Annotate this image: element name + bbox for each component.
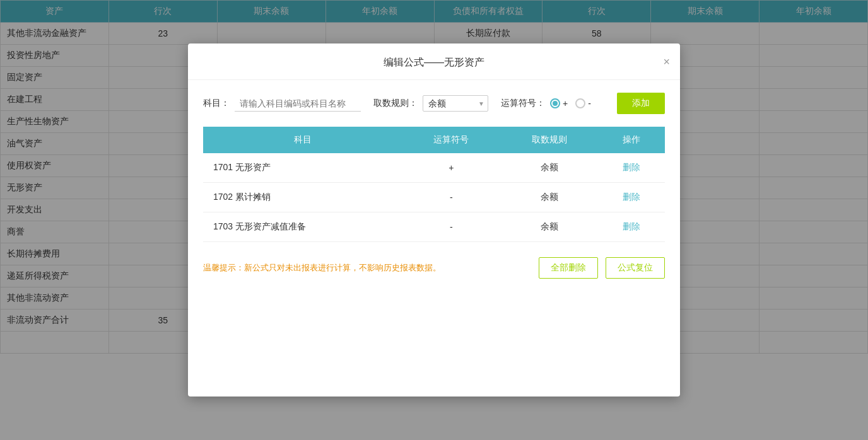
- operator-group: 运算符号： + -: [501, 98, 591, 109]
- subject-group: 科目：: [203, 96, 361, 112]
- delete-all-button[interactable]: 全部删除: [539, 257, 598, 279]
- th-subject: 科目: [203, 127, 402, 153]
- operator-label: 运算符号：: [501, 98, 545, 109]
- formula-operator: -: [402, 183, 500, 212]
- radio-minus[interactable]: -: [575, 98, 591, 108]
- formula-operator: +: [402, 153, 500, 183]
- th-action: 操作: [598, 127, 665, 153]
- radio-group: + -: [550, 98, 591, 108]
- formula-rule: 余额: [500, 153, 598, 183]
- warning-text: 温馨提示：新公式只对未出报表进行计算，不影响历史报表数据。: [203, 262, 441, 274]
- formula-subject: 1701 无形资产: [203, 153, 402, 183]
- modal-overlay: 编辑公式——无形资产 × 科目： 取数规则： 余额 借方 贷方 借方发生额 贷方…: [0, 0, 868, 440]
- formula-table: 科目 运算符号 取数规则 操作 1701 无形资产+余额删除1702 累计摊销-…: [203, 127, 665, 242]
- modal-title: 编辑公式——无形资产: [384, 56, 484, 69]
- formula-operator: -: [402, 212, 500, 242]
- th-rule: 取数规则: [500, 127, 598, 153]
- subject-input[interactable]: [235, 96, 361, 112]
- formula-subject: 1703 无形资产减值准备: [203, 212, 402, 242]
- add-button[interactable]: 添加: [617, 93, 665, 114]
- th-operator: 运算符号: [402, 127, 500, 153]
- modal-header: 编辑公式——无形资产 ×: [188, 43, 680, 80]
- rule-select-wrapper: 余额 借方 贷方 借方发生额 贷方发生额: [423, 95, 488, 112]
- delete-row-button[interactable]: 删除: [623, 162, 640, 173]
- radio-plus-label: +: [563, 98, 568, 108]
- modal-close-button[interactable]: ×: [663, 56, 670, 67]
- formula-table-row: 1703 无形资产减值准备-余额删除: [203, 212, 665, 242]
- delete-row-button[interactable]: 删除: [623, 192, 640, 203]
- delete-row-button[interactable]: 删除: [623, 221, 640, 233]
- edit-formula-modal: 编辑公式——无形资产 × 科目： 取数规则： 余额 借方 贷方 借方发生额 贷方…: [188, 43, 680, 397]
- formula-rule: 余额: [500, 212, 598, 242]
- rule-label: 取数规则：: [373, 98, 418, 109]
- radio-plus[interactable]: +: [550, 98, 568, 108]
- rule-select[interactable]: 余额 借方 贷方 借方发生额 贷方发生额: [423, 95, 488, 112]
- formula-action: 删除: [598, 183, 665, 212]
- subject-label: 科目：: [203, 98, 230, 109]
- radio-plus-circle: [550, 98, 560, 108]
- modal-footer: 温馨提示：新公式只对未出报表进行计算，不影响历史报表数据。 全部删除 公式复位: [188, 242, 680, 294]
- formula-table-wrapper: 科目 运算符号 取数规则 操作 1701 无形资产+余额删除1702 累计摊销-…: [188, 127, 680, 242]
- formula-rule: 余额: [500, 183, 598, 212]
- reset-formula-button[interactable]: 公式复位: [606, 257, 665, 279]
- formula-action: 删除: [598, 212, 665, 242]
- formula-subject: 1702 累计摊销: [203, 183, 402, 212]
- formula-table-row: 1701 无形资产+余额删除: [203, 153, 665, 183]
- formula-action: 删除: [598, 153, 665, 183]
- table-header-row: 科目 运算符号 取数规则 操作: [203, 127, 665, 153]
- form-row: 科目： 取数规则： 余额 借方 贷方 借方发生额 贷方发生额 运算符号：: [188, 80, 680, 127]
- formula-table-row: 1702 累计摊销-余额删除: [203, 183, 665, 212]
- rule-group: 取数规则： 余额 借方 贷方 借方发生额 贷方发生额: [373, 95, 488, 112]
- radio-minus-label: -: [588, 98, 591, 108]
- radio-minus-circle: [575, 98, 585, 108]
- footer-buttons: 全部删除 公式复位: [539, 257, 665, 279]
